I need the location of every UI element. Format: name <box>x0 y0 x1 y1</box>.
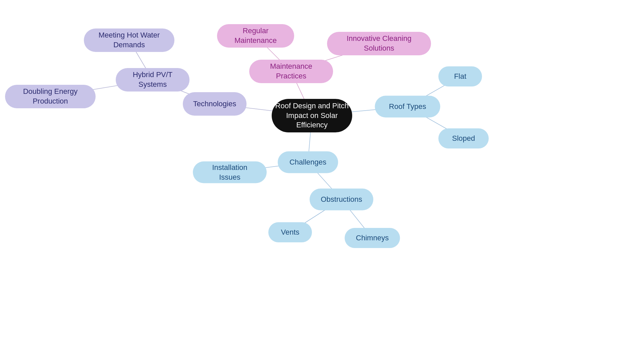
flat-node[interactable]: Flat <box>438 66 482 86</box>
flat-label: Flat <box>451 72 469 81</box>
regular-maintenance-node[interactable]: Regular Maintenance <box>217 24 294 48</box>
chimneys-node[interactable]: Chimneys <box>345 228 400 248</box>
technologies-node[interactable]: Technologies <box>183 92 247 116</box>
sloped-label: Sloped <box>449 134 478 143</box>
doubling-energy-node[interactable]: Doubling Energy Production <box>5 85 96 108</box>
challenges-node[interactable]: Challenges <box>278 152 338 173</box>
maintenance-practices-label: Maintenance Practices <box>256 62 326 81</box>
innovative-cleaning-node[interactable]: Innovative Cleaning Solutions <box>327 32 431 55</box>
center-node-label: Roof Design and Pitch Impact on Solar Ef… <box>272 101 352 130</box>
hybrid-pvt-node[interactable]: Hybrid PV/T Systems <box>116 68 190 92</box>
innovative-cleaning-label: Innovative Cleaning Solutions <box>334 34 424 53</box>
regular-maintenance-label: Regular Maintenance <box>224 26 287 45</box>
chimneys-label: Chimneys <box>353 233 391 243</box>
roof-types-label: Roof Types <box>386 102 429 112</box>
maintenance-practices-node[interactable]: Maintenance Practices <box>249 60 333 83</box>
sloped-node[interactable]: Sloped <box>438 128 489 148</box>
meeting-hot-water-node[interactable]: Meeting Hot Water Demands <box>84 28 174 52</box>
center-node[interactable]: Roof Design and Pitch Impact on Solar Ef… <box>272 99 352 132</box>
meeting-hot-water-label: Meeting Hot Water Demands <box>91 31 168 50</box>
technologies-label: Technologies <box>191 99 239 109</box>
vents-node[interactable]: Vents <box>268 222 312 242</box>
roof-types-node[interactable]: Roof Types <box>375 96 440 118</box>
hybrid-pvt-label: Hybrid PV/T Systems <box>122 70 183 89</box>
obstructions-node[interactable]: Obstructions <box>310 189 373 210</box>
doubling-energy-label: Doubling Energy Production <box>12 87 89 106</box>
installation-issues-label: Installation Issues <box>200 163 260 182</box>
obstructions-label: Obstructions <box>318 195 365 204</box>
challenges-label: Challenges <box>287 158 329 167</box>
vents-label: Vents <box>278 228 302 237</box>
installation-issues-node[interactable]: Installation Issues <box>193 162 267 183</box>
